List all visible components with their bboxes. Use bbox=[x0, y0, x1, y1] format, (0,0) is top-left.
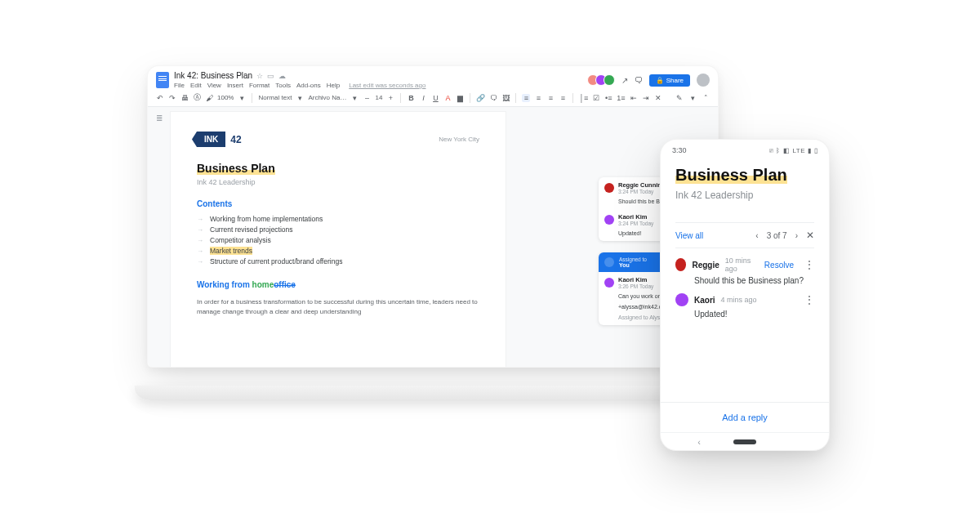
chevron-down-icon[interactable]: ▾ bbox=[296, 94, 304, 102]
last-edit-link[interactable]: Last edit was seconds ago bbox=[349, 82, 425, 89]
back-icon[interactable]: ‹ bbox=[697, 437, 701, 447]
italic-icon[interactable]: I bbox=[419, 94, 427, 102]
redo-icon[interactable]: ↷ bbox=[168, 94, 176, 102]
link-icon[interactable]: 🔗 bbox=[476, 94, 485, 102]
text-color-icon[interactable]: A bbox=[443, 94, 452, 102]
move-icon[interactable]: ▭ bbox=[267, 72, 274, 80]
checklist-icon[interactable]: ☑ bbox=[592, 94, 600, 102]
menu-edit[interactable]: Edit bbox=[190, 82, 202, 89]
lock-icon: 🔒 bbox=[656, 77, 664, 84]
chevron-down-icon[interactable]: ▾ bbox=[238, 94, 246, 102]
heading-part-strike: office bbox=[274, 280, 296, 289]
header-row: INK 42 New York City bbox=[197, 132, 479, 147]
font-select[interactable]: Archivo Na… bbox=[308, 94, 346, 101]
align-justify-icon[interactable]: ≡ bbox=[559, 94, 567, 102]
logo-badge: INK bbox=[197, 132, 225, 147]
menu-tools[interactable]: Tools bbox=[275, 82, 291, 89]
editing-mode-icon[interactable]: ✎ bbox=[675, 94, 684, 102]
avatar bbox=[675, 293, 688, 306]
comment-time: 10 mins ago bbox=[725, 256, 759, 273]
bulleted-list-icon[interactable]: •≡ bbox=[604, 94, 612, 102]
menu-insert[interactable]: Insert bbox=[227, 82, 243, 89]
indent-inc-icon[interactable]: ⇥ bbox=[642, 94, 650, 102]
page-subtitle[interactable]: Ink 42 Leadership bbox=[197, 178, 479, 186]
menu-file[interactable]: File bbox=[174, 82, 185, 89]
menu-view[interactable]: View bbox=[207, 82, 221, 89]
view-all-link[interactable]: View all bbox=[675, 231, 703, 240]
style-select[interactable]: Normal text bbox=[258, 94, 292, 101]
body-paragraph[interactable]: In order for a business transformation t… bbox=[197, 297, 479, 317]
presence-avatars[interactable] bbox=[590, 74, 615, 86]
clock: 3:30 bbox=[672, 146, 687, 154]
font-size[interactable]: 14 bbox=[376, 94, 383, 101]
page-title[interactable]: Business Plan bbox=[197, 162, 275, 175]
font-size-dec[interactable]: – bbox=[363, 94, 372, 102]
next-comment-icon[interactable]: › bbox=[795, 231, 798, 240]
paint-format-icon[interactable]: 🖌 bbox=[205, 94, 213, 102]
page-title[interactable]: Business Plan bbox=[675, 166, 787, 184]
print-icon[interactable]: 🖶 bbox=[180, 94, 189, 102]
prev-comment-icon[interactable]: ‹ bbox=[755, 231, 758, 240]
page-subtitle[interactable]: Ink 42 Leadership bbox=[675, 190, 814, 201]
collapse-icon[interactable]: ˄ bbox=[702, 94, 710, 102]
align-right-icon[interactable]: ≡ bbox=[546, 94, 555, 102]
chevron-down-icon[interactable]: ▾ bbox=[351, 94, 359, 102]
toc-item[interactable]: →Market trends bbox=[197, 247, 479, 255]
document-title[interactable]: Ink 42: Business Plan bbox=[174, 71, 252, 80]
outline-toggle-icon[interactable]: ≣ bbox=[156, 114, 163, 367]
table-of-contents: →Working from home implementations →Curr… bbox=[197, 215, 479, 265]
phone-document[interactable]: Business Plan Ink 42 Leadership View all… bbox=[661, 158, 829, 402]
nfc-icon: ◧ bbox=[783, 147, 791, 154]
numbered-list-icon[interactable]: 1≡ bbox=[617, 94, 625, 102]
comment-time: 3:24 PM Today bbox=[618, 221, 653, 226]
indent-dec-icon[interactable]: ⇤ bbox=[630, 94, 638, 102]
underline-icon[interactable]: U bbox=[431, 94, 439, 102]
clear-format-icon[interactable]: ✕ bbox=[654, 94, 662, 102]
resolve-button[interactable]: Resolve bbox=[764, 261, 794, 270]
account-avatar[interactable] bbox=[697, 74, 710, 87]
line-spacing-icon[interactable]: │≡ bbox=[579, 94, 588, 102]
more-icon[interactable]: ⋮ bbox=[804, 259, 814, 270]
network-label: LTE bbox=[792, 147, 805, 154]
more-icon[interactable]: ⋮ bbox=[804, 294, 814, 306]
cloud-icon[interactable]: ☁ bbox=[278, 72, 286, 80]
assigned-label: Assigned to bbox=[619, 256, 647, 262]
undo-icon[interactable]: ↶ bbox=[156, 94, 164, 102]
highlight-icon[interactable]: ▆ bbox=[456, 94, 464, 102]
add-reply-button[interactable]: Add a reply bbox=[661, 402, 829, 432]
docs-app-icon[interactable] bbox=[156, 72, 169, 88]
spellcheck-icon[interactable]: Ⓐ bbox=[193, 92, 201, 103]
section-heading[interactable]: Working from homeoffice bbox=[197, 280, 479, 289]
signal-icon: ▮ bbox=[808, 147, 812, 154]
share-button[interactable]: 🔒 Share bbox=[649, 74, 690, 87]
avatar bbox=[604, 257, 614, 267]
document-page[interactable]: INK 42 New York City Business Plan Ink 4… bbox=[171, 112, 506, 367]
contents-heading[interactable]: Contents bbox=[197, 199, 479, 208]
history-icon[interactable]: ↗ bbox=[621, 76, 628, 85]
align-center-icon[interactable]: ≡ bbox=[534, 94, 542, 102]
share-label: Share bbox=[666, 77, 684, 84]
add-comment-icon[interactable]: 🗨 bbox=[489, 94, 497, 102]
laptop-device: Ink 42: Business Plan ☆ ▭ ☁ File Edit Vi… bbox=[147, 65, 735, 392]
align-left-icon[interactable]: ≡ bbox=[522, 94, 530, 102]
close-icon[interactable]: ✕ bbox=[806, 230, 814, 241]
comment-time: 4 mins ago bbox=[721, 296, 757, 304]
toc-item[interactable]: →Current revised projections bbox=[197, 225, 479, 234]
comment-thread: Reggie 10 mins ago Resolve ⋮ Should this… bbox=[675, 248, 814, 327]
star-icon[interactable]: ☆ bbox=[256, 72, 263, 80]
menu-help[interactable]: Help bbox=[327, 82, 340, 89]
presence-avatar[interactable] bbox=[604, 74, 615, 86]
chevron-down-icon[interactable]: ▾ bbox=[688, 94, 697, 102]
bold-icon[interactable]: B bbox=[407, 94, 415, 102]
toc-item[interactable]: →Competitor analysis bbox=[197, 236, 479, 244]
comments-icon[interactable]: 🗨 bbox=[635, 76, 643, 85]
toc-item[interactable]: →Structure of current product/brand offe… bbox=[197, 257, 479, 265]
home-pill[interactable] bbox=[733, 439, 756, 444]
image-icon[interactable]: 🖼 bbox=[501, 94, 510, 102]
logo-number: 42 bbox=[230, 134, 241, 145]
menu-addons[interactable]: Add-ons bbox=[296, 82, 321, 89]
font-size-inc[interactable]: + bbox=[386, 94, 394, 102]
toc-item[interactable]: →Working from home implementations bbox=[197, 215, 479, 223]
zoom-select[interactable]: 100% bbox=[217, 94, 234, 101]
menu-format[interactable]: Format bbox=[249, 82, 270, 89]
